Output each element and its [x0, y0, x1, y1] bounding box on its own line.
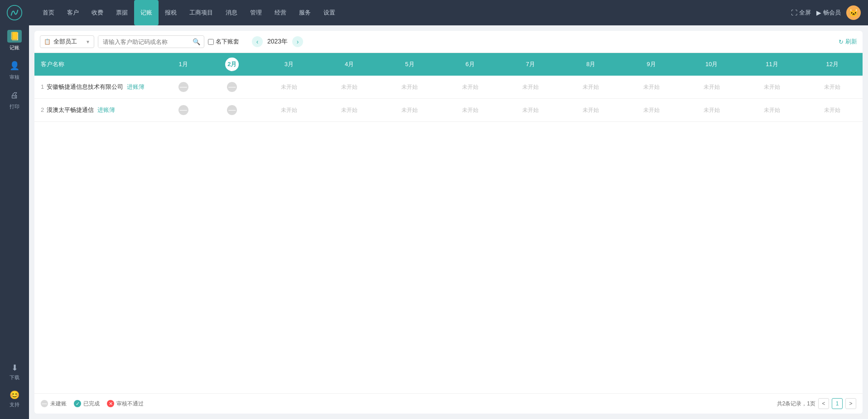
print-icon: 🖨 — [10, 91, 19, 100]
nav-service[interactable]: 服务 — [293, 0, 317, 25]
employee-icon: 📋 — [44, 39, 51, 45]
status-not-started-text: 未开始 — [522, 107, 539, 113]
support-icon: 😊 — [10, 390, 19, 400]
accounts-table: 客户名称 1月 2月 3月 4月 5月 6月 7月 8月 9月 10月 11月 — [34, 53, 863, 122]
sidebar-bottom-label: 下载 — [10, 374, 19, 381]
nav-message[interactable]: 消息 — [219, 0, 244, 25]
table-row: 1安徽畅捷通信息技术有限公司进账簿——未开始未开始未开始未开始未开始未开始未开始… — [34, 76, 863, 99]
status-not-started-text: 未开始 — [643, 84, 660, 90]
next-year-button[interactable]: › — [292, 36, 303, 47]
col-header-aug: 8月 — [561, 53, 621, 76]
accounts-table-wrap: 客户名称 1月 2月 3月 4月 5月 6月 7月 8月 9月 10月 11月 — [34, 53, 863, 393]
status-not-started-text: 未开始 — [764, 84, 780, 90]
col-header-may: 5月 — [380, 53, 440, 76]
row-month-cell: 未开始 — [561, 76, 621, 99]
row-month-cell: 未开始 — [500, 99, 560, 122]
checkbox-label[interactable]: 名下账套 — [208, 38, 239, 46]
navbar-right: ⛶ 全屏 ▶ 畅会员 🐱 — [791, 5, 861, 20]
my-accounts-checkbox[interactable] — [208, 39, 214, 45]
col-header-nov: 11月 — [742, 53, 802, 76]
row-name-cell: 1安徽畅捷通信息技术有限公司进账簿 — [34, 76, 161, 99]
row-month-cell: 未开始 — [259, 99, 319, 122]
toolbar: 📋 全部员工 ▼ 🔍 名下账套 ‹ 2023年 › — [34, 31, 863, 53]
row-number: 1 — [41, 83, 44, 90]
top-navbar: 首页 客户 收费 票据 记账 报税 工商项目 消息 管理 经营 服务 设置 ⛶ … — [29, 0, 868, 25]
nav-home[interactable]: 首页 — [36, 0, 61, 25]
nav-customer[interactable]: 客户 — [61, 0, 85, 25]
row-month-cell: 未开始 — [742, 99, 802, 122]
row-month-cell: 未开始 — [742, 76, 802, 99]
row-enter-link[interactable]: 进账簿 — [127, 83, 145, 90]
row-enter-link[interactable]: 进账簿 — [97, 106, 115, 113]
row-month-cell: — — [205, 99, 259, 122]
row-name-cell: 2漠澳太平畅捷通信进账簿 — [34, 99, 161, 122]
legend-completed: ✓ 已完成 — [74, 400, 100, 408]
pagination-summary: 共2条记录，1页 — [777, 400, 815, 408]
prev-page-button[interactable]: < — [818, 398, 829, 409]
bookkeeping-icon: 📒 — [10, 31, 19, 41]
legend-rejected: ✕ 审核不通过 — [107, 400, 144, 408]
status-not-started-text: 未开始 — [704, 107, 720, 113]
legend-dot-teal: ✓ — [74, 400, 81, 407]
checkbox-text: 名下账套 — [216, 38, 239, 46]
sidebar-item-bookkeeping[interactable]: 📒 记账 — [0, 25, 29, 55]
row-month-cell: 未开始 — [380, 99, 440, 122]
status-dash-icon: — — [227, 105, 237, 115]
audit-icon: 👤 — [10, 61, 19, 71]
search-input[interactable] — [98, 36, 189, 48]
legend-dot-red: ✕ — [107, 400, 114, 407]
fullscreen-label: 全屏 — [799, 9, 811, 17]
user-avatar[interactable]: 🐱 — [846, 5, 861, 20]
nav-manage[interactable]: 管理 — [244, 0, 268, 25]
col-header-dec: 12月 — [802, 53, 863, 76]
nav-settings[interactable]: 设置 — [317, 0, 342, 25]
sidebar-item-audit[interactable]: 👤 审核 — [0, 55, 29, 84]
employee-select[interactable]: 📋 全部员工 ▼ — [40, 35, 94, 48]
nav-business[interactable]: 工商项目 — [183, 0, 219, 25]
vip-button[interactable]: ▶ 畅会员 — [816, 9, 841, 17]
chevron-down-icon: ▼ — [86, 39, 90, 44]
legend-not-started-label: 未建账 — [50, 400, 67, 408]
legend-not-started: — 未建账 — [41, 400, 67, 408]
prev-year-button[interactable]: ‹ — [252, 36, 263, 47]
year-navigation: ‹ 2023年 › — [252, 36, 303, 47]
status-not-started-text: 未开始 — [764, 107, 780, 113]
status-not-started-text: 未开始 — [401, 107, 418, 113]
row-month-cell: — — [205, 76, 259, 99]
page-1-button[interactable]: 1 — [832, 398, 843, 409]
col-header-jan: 1月 — [161, 53, 205, 76]
sidebar-item-download[interactable]: ⬇ 下载 — [0, 359, 29, 385]
fullscreen-button[interactable]: ⛶ 全屏 — [791, 9, 811, 17]
status-dash-icon: — — [178, 82, 188, 92]
status-not-started-text: 未开始 — [341, 107, 357, 113]
nav-operations[interactable]: 经营 — [268, 0, 293, 25]
sidebar-item-support[interactable]: 😊 支持 — [0, 386, 29, 412]
nav-invoice[interactable]: 票据 — [110, 0, 134, 25]
row-month-cell: 未开始 — [319, 99, 380, 122]
status-dash-icon: — — [227, 82, 237, 92]
search-box: 🔍 — [98, 35, 204, 48]
row-month-cell: — — [161, 99, 205, 122]
employee-label: 全部员工 — [53, 38, 77, 46]
sidebar-item-label: 记账 — [10, 44, 19, 51]
sidebar-item-print[interactable]: 🖨 打印 — [0, 84, 29, 114]
main-area: 首页 客户 收费 票据 记账 报税 工商项目 消息 管理 经营 服务 设置 ⛶ … — [29, 0, 868, 419]
nav-billing[interactable]: 收费 — [85, 0, 110, 25]
nav-tax[interactable]: 报税 — [159, 0, 183, 25]
refresh-label: 刷新 — [845, 38, 857, 46]
refresh-button[interactable]: ↻ 刷新 — [839, 38, 857, 46]
col-header-sep: 9月 — [621, 53, 681, 76]
row-month-cell: 未开始 — [319, 76, 380, 99]
sidebar: 📒 记账 👤 审核 🖨 打印 ⬇ 下载 😊 支持 — [0, 0, 29, 419]
sidebar-bottom-label: 支持 — [10, 401, 19, 408]
status-dash-icon: — — [178, 105, 188, 115]
year-display: 2023年 — [267, 38, 288, 46]
row-month-cell: 未开始 — [621, 76, 681, 99]
fullscreen-icon: ⛶ — [791, 9, 797, 16]
sidebar-item-label: 审核 — [10, 74, 19, 81]
nav-accounting[interactable]: 记账 — [134, 0, 159, 25]
search-button[interactable]: 🔍 — [189, 36, 204, 48]
next-page-button[interactable]: > — [845, 398, 856, 409]
status-not-started-text: 未开始 — [281, 107, 297, 113]
vip-icon: ▶ — [816, 9, 821, 16]
